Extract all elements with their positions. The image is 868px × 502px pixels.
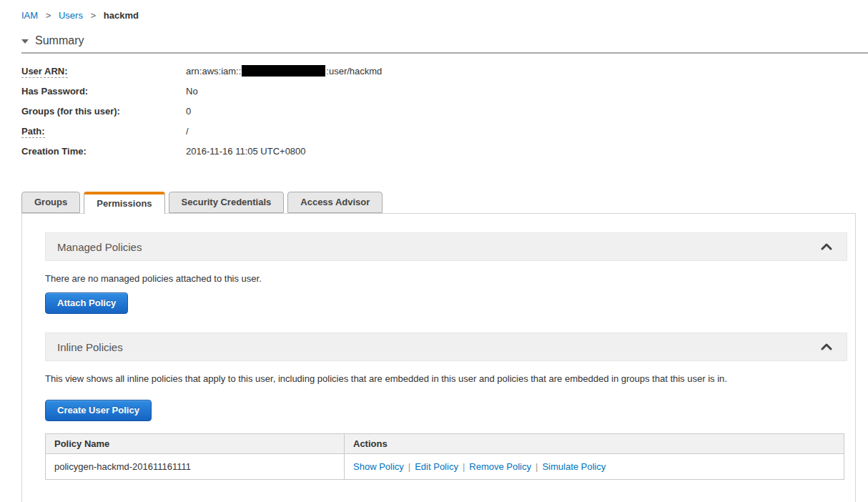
breadcrumb: IAM > Users > hackmd [0, 0, 868, 21]
policy-name-cell: policygen-hackmd-201611161111 [46, 454, 345, 480]
breadcrumb-separator: > [91, 10, 97, 21]
tab-security-credentials[interactable]: Security Credentials [169, 192, 285, 213]
breadcrumb-link-iam[interactable]: IAM [21, 10, 38, 21]
inline-policies-header: Inline Policies [45, 333, 847, 361]
inline-policies-title: Inline Policies [57, 341, 123, 353]
chevron-up-icon [821, 243, 832, 250]
summary-row-creation-time: Creation Time: 2016-11-16 11:05 UTC+0800 [21, 145, 868, 157]
breadcrumb-current-user: hackmd [104, 10, 139, 21]
remove-policy-link[interactable]: Remove Policy [469, 461, 531, 472]
tab-access-advisor[interactable]: Access Advisor [287, 192, 383, 213]
redacted-account-id [242, 65, 325, 77]
tab-permissions[interactable]: Permissions [84, 192, 164, 214]
managed-policies-header: Managed Policies [45, 232, 847, 261]
chevron-up-icon [821, 343, 832, 350]
action-separator: | [463, 461, 465, 472]
summary-row-user-arn: User ARN: arn:aws:iam:::user/hackmd [21, 65, 868, 77]
path-value: / [186, 125, 189, 137]
managed-policies-empty-text: There are no managed policies attached t… [45, 273, 847, 285]
path-label: Path: [21, 125, 186, 137]
summary-divider [21, 52, 868, 54]
user-arn-value: arn:aws:iam:::user/hackmd [186, 65, 382, 77]
permissions-tab-panel: Managed Policies There are no managed po… [21, 213, 856, 502]
caret-down-icon[interactable] [21, 39, 29, 44]
managed-policies-title: Managed Policies [57, 241, 142, 253]
groups-count-value: 0 [186, 105, 191, 117]
breadcrumb-separator: > [46, 10, 51, 21]
summary-row-has-password: Has Password: No [21, 85, 868, 97]
creation-time-value: 2016-11-16 11:05 UTC+0800 [186, 145, 306, 157]
has-password-label: Has Password: [21, 85, 186, 97]
action-separator: | [536, 461, 538, 472]
breadcrumb-link-users[interactable]: Users [59, 10, 83, 21]
user-arn-label: User ARN: [21, 65, 186, 77]
summary-title: Summary [35, 34, 84, 46]
summary-row-groups: Groups (for this user): 0 [21, 105, 868, 117]
table-header-row: Policy Name Actions [46, 434, 844, 454]
summary-row-path: Path: / [21, 125, 868, 137]
column-header-policy-name: Policy Name [46, 434, 345, 454]
summary-section-heading: Summary [21, 34, 868, 47]
action-separator: | [408, 461, 410, 472]
attach-policy-button[interactable]: Attach Policy [45, 292, 128, 314]
has-password-value: No [186, 85, 198, 97]
tab-bar: Groups Permissions Security Credentials … [21, 192, 868, 213]
groups-count-label: Groups (for this user): [21, 105, 186, 117]
create-user-policy-button[interactable]: Create User Policy [45, 400, 152, 421]
managed-policies-collapse-button[interactable] [818, 242, 835, 252]
inline-policies-collapse-button[interactable] [818, 342, 835, 352]
managed-policies-body: There are no managed policies attached t… [45, 261, 847, 333]
show-policy-link[interactable]: Show Policy [353, 461, 404, 472]
summary-fields: User ARN: arn:aws:iam:::user/hackmd Has … [21, 65, 868, 157]
edit-policy-link[interactable]: Edit Policy [415, 461, 458, 472]
policy-actions-cell: Show Policy|Edit Policy|Remove Policy|Si… [345, 454, 844, 480]
creation-time-label: Creation Time: [21, 145, 186, 157]
inline-policies-body: This view shows all inline policies that… [45, 361, 847, 498]
inline-policies-description: This view shows all inline policies that… [45, 373, 847, 385]
tab-groups[interactable]: Groups [21, 192, 80, 213]
column-header-actions: Actions [345, 434, 844, 454]
inline-policies-table: Policy Name Actions policygen-hackmd-201… [45, 433, 844, 480]
simulate-policy-link[interactable]: Simulate Policy [542, 461, 606, 472]
table-row: policygen-hackmd-201611161111 Show Polic… [46, 454, 844, 480]
